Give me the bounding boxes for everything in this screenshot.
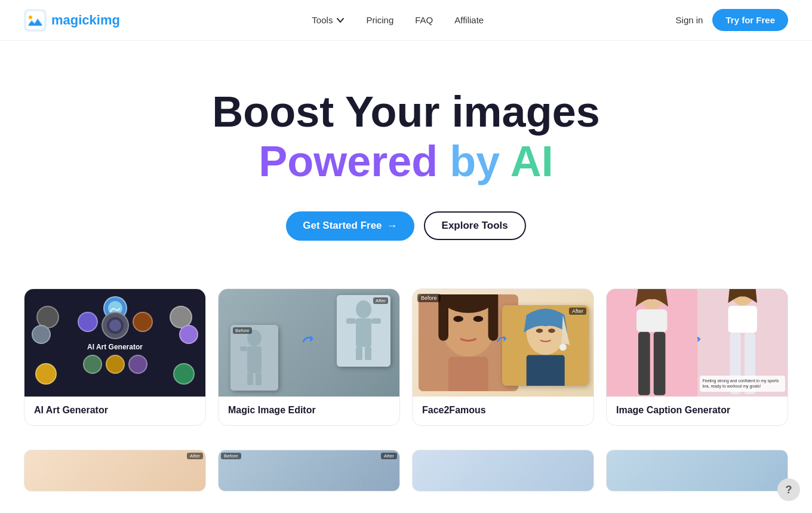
tool-card-caption-label: Image Caption Generator bbox=[607, 397, 788, 425]
tool-card-face2famous-label: Face2Famous bbox=[413, 397, 593, 425]
svg-rect-42 bbox=[728, 305, 756, 332]
nav-pricing[interactable]: Pricing bbox=[366, 15, 393, 25]
hero-title-line2: Powered by AI bbox=[12, 136, 800, 187]
hero-buttons: Get Started Free → Explore Tools bbox=[12, 211, 800, 241]
tool-card-caption[interactable]: Feeling strong and confident in my sport… bbox=[606, 288, 788, 426]
hero-powered: Powered bbox=[259, 137, 438, 185]
bottom-card-3[interactable] bbox=[412, 450, 594, 492]
svg-rect-18 bbox=[371, 318, 381, 324]
nav-tools-dropdown[interactable]: Tools bbox=[312, 15, 345, 25]
logo[interactable]: magickimg bbox=[24, 9, 120, 32]
try-free-button[interactable]: Try for Free bbox=[712, 9, 788, 31]
tool-card-caption-image: Feeling strong and confident in my sport… bbox=[607, 289, 788, 397]
hero-by: by bbox=[450, 137, 500, 185]
nav-faq[interactable]: FAQ bbox=[415, 15, 433, 25]
arrow-right-icon: → bbox=[387, 220, 398, 232]
svg-rect-10 bbox=[256, 373, 262, 385]
svg-rect-37 bbox=[636, 309, 668, 332]
help-icon: ? bbox=[786, 484, 792, 496]
svg-rect-8 bbox=[247, 346, 262, 373]
help-button[interactable]: ? bbox=[777, 478, 800, 501]
explore-tools-button[interactable]: Explore Tools bbox=[424, 211, 526, 240]
svg-point-5 bbox=[109, 320, 121, 331]
svg-rect-1 bbox=[26, 11, 44, 29]
tool-card-face2famous-image: Before bbox=[413, 289, 593, 397]
bottom-card-4[interactable] bbox=[606, 450, 788, 492]
hero-ai: AI bbox=[510, 137, 553, 185]
svg-point-26 bbox=[473, 316, 484, 322]
get-started-button[interactable]: Get Started Free → bbox=[286, 211, 414, 241]
bottom-card-1[interactable]: After bbox=[24, 450, 206, 492]
tool-card-ai-art-label: AI Art Generator bbox=[24, 397, 205, 425]
tool-card-magic-editor[interactable]: Before bbox=[218, 288, 400, 426]
hero-section: Boost Your images Powered by AI Get Star… bbox=[0, 41, 812, 277]
navbar: magickimg Tools Pricing FAQ Affiliate Si… bbox=[0, 0, 812, 41]
logo-text: magickimg bbox=[51, 13, 120, 28]
chevron-down-icon bbox=[336, 16, 345, 24]
tool-card-face2famous[interactable]: Before bbox=[412, 288, 594, 426]
tools-label: Tools bbox=[312, 15, 333, 25]
tools-grid: AI Art Generator bbox=[0, 277, 812, 450]
svg-point-2 bbox=[29, 16, 32, 19]
svg-point-32 bbox=[548, 328, 555, 333]
hero-title-line1: Boost Your images bbox=[12, 88, 800, 136]
nav-actions: Sign in Try for Free bbox=[676, 9, 788, 31]
tool-card-ai-art[interactable]: AI Art Generator bbox=[24, 288, 206, 426]
svg-rect-15 bbox=[356, 347, 362, 360]
svg-point-13 bbox=[356, 300, 371, 318]
nav-affiliate[interactable]: Affiliate bbox=[454, 15, 484, 25]
signin-button[interactable]: Sign in bbox=[676, 15, 703, 25]
svg-rect-14 bbox=[356, 318, 371, 347]
svg-point-25 bbox=[453, 316, 463, 322]
svg-rect-9 bbox=[247, 373, 253, 385]
svg-point-33 bbox=[559, 343, 567, 351]
svg-point-31 bbox=[536, 328, 543, 333]
svg-rect-39 bbox=[654, 331, 666, 395]
svg-rect-11 bbox=[240, 346, 247, 351]
svg-rect-17 bbox=[346, 318, 356, 324]
logo-icon bbox=[24, 9, 47, 32]
get-started-label: Get Started Free bbox=[303, 220, 382, 232]
nav-links: Tools Pricing FAQ Affiliate bbox=[312, 15, 484, 25]
bottom-tools-row: After Before After bbox=[0, 450, 812, 513]
tool-card-ai-art-image: AI Art Generator bbox=[24, 289, 205, 397]
bottom-card-2[interactable]: Before After bbox=[218, 450, 400, 492]
tool-card-magic-editor-image: Before bbox=[219, 289, 399, 397]
svg-rect-16 bbox=[365, 347, 371, 360]
svg-rect-38 bbox=[638, 331, 650, 395]
svg-rect-21 bbox=[448, 357, 488, 391]
svg-rect-30 bbox=[526, 355, 564, 386]
tool-card-magic-editor-label: Magic Image Editor bbox=[219, 397, 399, 425]
